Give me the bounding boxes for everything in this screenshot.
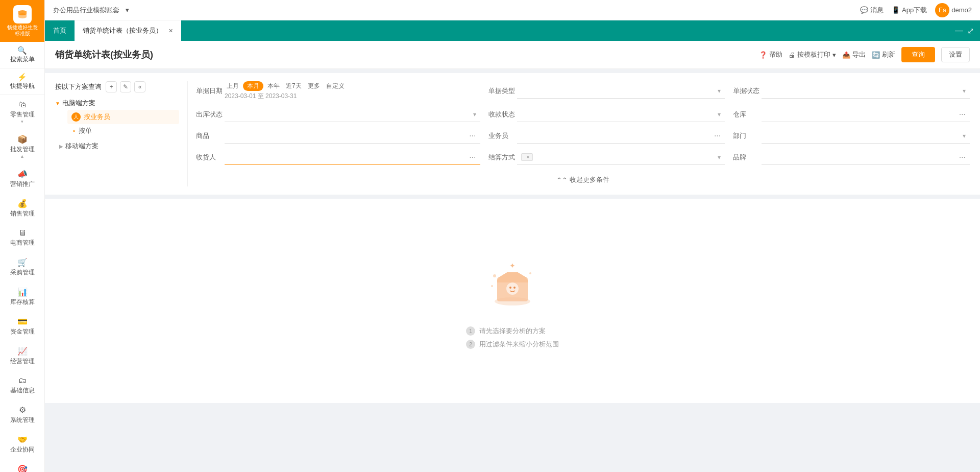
logo-text: 畅捷通好生意 标准版	[4, 25, 40, 37]
system-icon: ⚙	[19, 405, 26, 415]
empty-hints: 1 请先选择要分析的方案 2 用过滤条件来缩小分析范围	[466, 326, 559, 349]
help-btn[interactable]: ❓ 帮助	[759, 50, 782, 59]
tab-close-btn[interactable]: ✕	[168, 28, 173, 34]
page-header-actions: ❓ 帮助 🖨 按模板打印 ▾ 📤 导出 🔄 刷新 查询 设置	[759, 47, 970, 68]
collectstatus-select[interactable]: ▾	[517, 107, 725, 122]
form-group-goods: 商品 ···	[196, 128, 480, 144]
sidebar-item-sales[interactable]: 💰 销售管理	[0, 194, 44, 223]
filter-edit-btn[interactable]: ✎	[120, 81, 131, 92]
filter-add-btn[interactable]: +	[106, 81, 117, 92]
page-title: 销货单统计表(按业务员)	[55, 49, 153, 67]
form-row-1: 单据日期 上月 本月 本年 近7天 更多 自定义	[196, 81, 970, 101]
consignee-dots[interactable]: ···	[469, 153, 476, 162]
sidebar-item-system[interactable]: ⚙ 系统管理	[0, 400, 44, 430]
collapse-label: 收起更多条件	[570, 175, 609, 184]
refresh-btn[interactable]: 🔄 刷新	[872, 50, 895, 59]
salesperson-dots[interactable]: ···	[714, 131, 721, 140]
settings-btn[interactable]: 设置	[941, 47, 970, 62]
sidebar-item-ecommerce[interactable]: 🖥 电商管理	[0, 223, 44, 252]
outstatus-select[interactable]: ▾	[225, 107, 480, 122]
export-btn[interactable]: 📤 导出	[842, 50, 866, 59]
goods-input[interactable]: ···	[225, 128, 480, 144]
date-last-month[interactable]: 上月	[225, 81, 241, 91]
brand-label: 品牌	[733, 153, 762, 162]
docstatus-select[interactable]: ▾	[762, 83, 970, 99]
form-group-department: 部门 ▾	[733, 128, 970, 144]
form-group-salesperson: 业务员 ···	[488, 128, 725, 144]
settle-select[interactable]: × ▾	[517, 150, 725, 165]
tab-sales-stat[interactable]: 销货单统计表（按业务员） ✕	[75, 20, 181, 41]
goods-dots[interactable]: ···	[469, 131, 476, 140]
settle-label: 结算方式	[488, 153, 517, 162]
tab-minimize-btn[interactable]: —	[955, 26, 963, 35]
svg-point-9	[491, 285, 493, 287]
date-more[interactable]: 更多	[306, 81, 322, 91]
filter-collapse-btn[interactable]: «	[134, 81, 145, 92]
sidebar: 畅捷通好生意 标准版 🔍 搜索菜单 ⚡ 快捷导航 🛍 零售管理 ▾ 📦 批发管理…	[0, 0, 45, 472]
filter-tree-desktop[interactable]: ▼ 电脑端方案	[55, 97, 179, 110]
download-icon: 📱	[892, 6, 900, 14]
ecommerce-label: 电商管理	[10, 239, 35, 247]
settle-tag-close[interactable]: ×	[527, 154, 530, 160]
doctype-select[interactable]: ▾	[517, 83, 725, 99]
consignee-input[interactable]: ···	[225, 150, 480, 165]
hint-num-1: 1	[466, 326, 475, 336]
scheme-salesperson-label: 按业务员	[84, 112, 110, 122]
settle-value-inner: ×	[521, 153, 718, 161]
sidebar-item-retail[interactable]: 🛍 零售管理 ▾	[0, 95, 44, 129]
brand-input[interactable]: ···	[762, 150, 970, 165]
form-group-collectstatus: 收款状态 ▾	[488, 107, 725, 122]
main-area: 办公用品行业模拟账套 ▾ 💬 消息 📱 App下载 Ea demo2 首页	[45, 0, 980, 472]
tab-maximize-btn[interactable]: ⤢	[967, 26, 974, 36]
form-group-settle: 结算方式 × ▾	[488, 150, 725, 165]
cooperation-label: 企业协同	[10, 445, 35, 454]
date-last-7[interactable]: 近7天	[284, 81, 304, 91]
form-group-outstatus: 出库状态 ▾	[196, 107, 480, 122]
filter-scheme-order[interactable]: ⚬ 按单	[67, 124, 179, 137]
page-header: 销货单统计表(按业务员) ❓ 帮助 🖨 按模板打印 ▾ 📤 导出 🔄 刷新	[45, 41, 980, 69]
filter-area: 按以下方案查询 + ✎ « ▼ 电脑端方案	[45, 73, 980, 195]
inventory-label: 库存核算	[10, 298, 35, 306]
filter-mobile-group[interactable]: ▶ 移动端方案	[59, 139, 179, 153]
user-profile[interactable]: Ea demo2	[935, 3, 972, 17]
sidebar-item-newbie[interactable]: 🎯 新手引导	[0, 459, 44, 472]
print-btn[interactable]: 🖨 按模板打印 ▾	[789, 50, 836, 59]
sidebar-item-purchase[interactable]: 🛒 采购管理	[0, 252, 44, 282]
date-this-year[interactable]: 本年	[265, 81, 282, 91]
sidebar-item-operations[interactable]: 📈 经营管理	[0, 341, 44, 371]
sidebar-item-inventory[interactable]: 📊 库存核算	[0, 282, 44, 312]
message-label: 消息	[870, 6, 884, 15]
sidebar-quick-nav[interactable]: ⚡ 快捷导航	[0, 68, 44, 95]
operations-icon: 📈	[17, 346, 28, 356]
query-btn[interactable]: 查询	[901, 47, 935, 62]
refresh-label: 刷新	[882, 50, 895, 59]
collapse-btn[interactable]: ⌃⌃ 收起更多条件	[556, 175, 609, 184]
empty-hint-2: 2 用过滤条件来缩小分析范围	[466, 340, 559, 349]
warehouse-dots[interactable]: ···	[959, 110, 966, 119]
topbar-dropdown[interactable]: ▾	[126, 6, 129, 14]
brand-dots[interactable]: ···	[959, 153, 966, 162]
cooperation-icon: 🤝	[17, 435, 28, 444]
sidebar-item-cooperation[interactable]: 🤝 企业协同	[0, 430, 44, 459]
sidebar-item-basic[interactable]: 🗂 基础信息	[0, 371, 44, 400]
empty-icon: ✦	[482, 253, 543, 314]
topbar-right: 💬 消息 📱 App下载 Ea demo2	[860, 3, 972, 17]
app-download-btn[interactable]: 📱 App下载	[892, 6, 927, 15]
topbar: 办公用品行业模拟账套 ▾ 💬 消息 📱 App下载 Ea demo2	[45, 0, 980, 20]
sidebar-item-finance[interactable]: 💳 资金管理	[0, 312, 44, 341]
search-menu-label: 搜索菜单	[10, 56, 35, 63]
sidebar-search-menu[interactable]: 🔍 搜索菜单	[0, 42, 44, 68]
tab-home[interactable]: 首页	[45, 20, 75, 41]
department-select[interactable]: ▾	[762, 128, 970, 144]
hint-text-1: 请先选择要分析的方案	[479, 326, 546, 336]
date-this-month[interactable]: 本月	[243, 81, 263, 91]
sidebar-item-wholesale[interactable]: 📦 批发管理 ▲	[0, 129, 44, 164]
sidebar-item-marketing[interactable]: 📣 营销推广	[0, 164, 44, 194]
message-btn[interactable]: 💬 消息	[860, 6, 884, 15]
filter-scheme-salesperson[interactable]: 人 按业务员	[67, 110, 179, 124]
wholesale-label: 批发管理	[10, 145, 35, 154]
date-custom[interactable]: 自定义	[324, 81, 347, 91]
salesperson-input[interactable]: ···	[517, 128, 725, 144]
retail-icon: 🛍	[18, 100, 27, 109]
warehouse-input[interactable]: ···	[762, 107, 970, 122]
